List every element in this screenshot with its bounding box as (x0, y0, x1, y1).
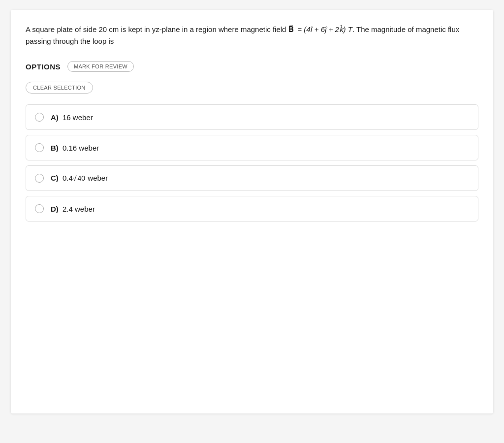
option-b[interactable]: B) 0.16 weber (26, 135, 478, 160)
field-label: B⃗ (288, 25, 294, 33)
options-header: OPTIONS MARK FOR REVIEW (26, 61, 478, 72)
option-c-label: C) 0.4√40 weber (51, 174, 108, 183)
option-a-label: A) 16 weber (51, 113, 93, 122)
field-formula: = (4î + 6ĵ + 2k̂) T (295, 25, 352, 33)
radio-d[interactable] (35, 204, 44, 213)
field-symbol: B⃗ (288, 24, 294, 35)
sqrt-wrapper: √40 (73, 174, 86, 183)
radio-c[interactable] (35, 174, 44, 183)
clear-selection-button[interactable]: CLEAR SELECTION (26, 82, 93, 94)
option-d[interactable]: D) 2.4 weber (26, 196, 478, 222)
question-part1: A square plate of side 20 cm is kept in … (26, 25, 288, 33)
option-b-label: B) 0.16 weber (51, 144, 99, 152)
option-a[interactable]: A) 16 weber (26, 104, 478, 130)
options-title: OPTIONS (26, 63, 61, 71)
mark-for-review-button[interactable]: MARK FOR REVIEW (67, 61, 134, 72)
option-d-label: D) 2.4 weber (51, 205, 95, 213)
option-c[interactable]: C) 0.4√40 weber (26, 165, 478, 191)
options-list: A) 16 weber B) 0.16 weber C) 0.4√40 webe… (26, 104, 478, 222)
radio-a[interactable] (35, 113, 44, 122)
main-card: A square plate of side 20 cm is kept in … (11, 10, 493, 413)
question-text: A square plate of side 20 cm is kept in … (26, 24, 478, 47)
radio-b[interactable] (35, 143, 44, 152)
